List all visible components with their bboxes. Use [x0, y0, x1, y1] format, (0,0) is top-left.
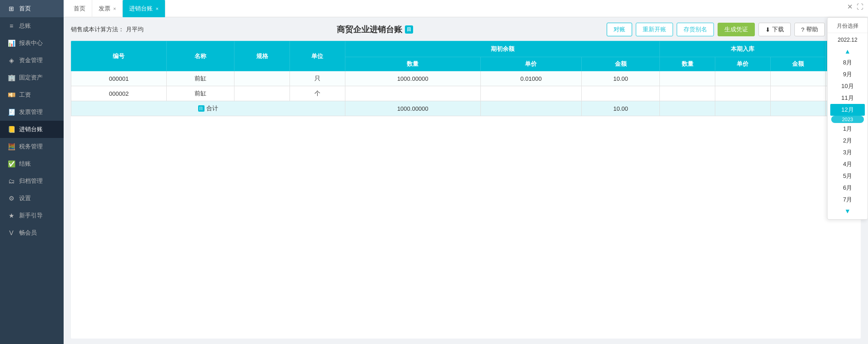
tab-home-label: 首页	[74, 5, 85, 13]
sidebar-item-label: 工资	[19, 91, 31, 99]
archive-icon: 🗂	[7, 177, 15, 185]
save-alias-button[interactable]: 存货别名	[677, 23, 714, 36]
month-item-9[interactable]: 9月	[828, 69, 868, 80]
sidebar: ⊞ 首页 ≡ 总账 📊 报表中心 ◈ 资金管理 🏢 固定资产 💴 工资 🧾 发票…	[0, 0, 64, 344]
col-header-spec: 规格	[234, 41, 290, 71]
sidebar-item-label: 归档管理	[19, 177, 43, 185]
total-icon: 目	[198, 105, 205, 112]
cost-method-value: 月平均	[126, 26, 144, 33]
sidebar-item-label: 固定资产	[19, 74, 43, 82]
month-item-2023-2[interactable]: 2月	[828, 135, 868, 147]
sidebar-item-checkout[interactable]: ✅ 结账	[0, 155, 64, 172]
sidebar-item-purchase-sales[interactable]: 📒 进销台账	[0, 121, 64, 138]
sidebar-item-guide[interactable]: ★ 新手引导	[0, 207, 64, 224]
table-row: 000002 前缸 个	[71, 86, 861, 101]
table-row: 000001 前缸 只 1000.00000 0.01000 10.00	[71, 71, 861, 86]
cell-inbound-price-2	[715, 86, 771, 101]
month-item-10[interactable]: 10月	[828, 80, 868, 92]
sidebar-item-fixed-assets[interactable]: 🏢 固定资产	[0, 69, 64, 86]
sidebar-item-general-ledger[interactable]: ≡ 总账	[0, 17, 64, 34]
cell-name-1: 前缸	[166, 71, 234, 86]
sidebar-item-report-center[interactable]: 📊 报表中心	[0, 34, 64, 52]
col-header-name: 名称	[166, 41, 234, 71]
sidebar-item-vip[interactable]: V 畅会员	[0, 224, 64, 241]
home-icon: ⊞	[7, 5, 15, 12]
report-icon: 📊	[7, 39, 15, 47]
month-item-11[interactable]: 11月	[828, 92, 868, 104]
general-ledger-icon: ≡	[7, 22, 15, 29]
cell-opening-qty-1: 1000.00000	[345, 71, 480, 86]
sidebar-item-label: 总账	[19, 22, 31, 30]
month-item-8[interactable]: 8月	[828, 57, 868, 69]
generate-voucher-button[interactable]: 生成凭证	[718, 23, 755, 36]
sidebar-item-tax[interactable]: 🧮 税务管理	[0, 138, 64, 155]
cell-inbound-price-1	[715, 71, 771, 86]
cell-inbound-amount-2	[770, 86, 826, 101]
maximize-button[interactable]: ⛶	[857, 3, 863, 11]
sidebar-item-invoice[interactable]: 🧾 发票管理	[0, 103, 64, 121]
month-item-2023-3[interactable]: 3月	[828, 147, 868, 158]
settings-icon: ⚙	[7, 195, 15, 202]
month-item-12[interactable]: 12月	[830, 104, 865, 116]
sidebar-item-label: 发票管理	[19, 108, 43, 116]
cell-inbound-qty-2	[660, 86, 715, 101]
month-nav-down-button[interactable]: ▼	[843, 206, 852, 216]
col-header-opening: 期初余额	[345, 41, 660, 57]
month-item-2023-6[interactable]: 6月	[828, 182, 868, 194]
sidebar-item-home[interactable]: ⊞ 首页	[0, 0, 64, 17]
cell-inbound-qty-1	[660, 71, 715, 86]
sidebar-item-label: 报表中心	[19, 39, 43, 47]
tab-home[interactable]: 首页	[67, 0, 92, 17]
sidebar-item-label: 结账	[19, 160, 31, 168]
tab-bar: 首页 发票 × 进销台账 ×	[64, 0, 868, 17]
month-nav-up-button[interactable]: ▲	[843, 47, 852, 56]
col-sub-opening-qty: 数量	[345, 57, 480, 71]
fund-icon: ◈	[7, 57, 15, 64]
title-info-icon[interactable]: 目	[405, 25, 413, 34]
table-wrapper: 编号 名称 规格 单位 期初余额 本期入库 数 数量 单价 金额 数量 单价	[71, 41, 861, 339]
tax-icon: 🧮	[7, 143, 15, 150]
month-item-2023-7[interactable]: 7月	[828, 194, 868, 206]
sidebar-item-fund-management[interactable]: ◈ 资金管理	[0, 52, 64, 69]
guide-icon: ★	[7, 212, 15, 219]
cell-id-2: 000002	[71, 86, 167, 101]
tab-invoice-label: 发票	[99, 5, 110, 13]
main-area: ✕ ⛶ 首页 发票 × 进销台账 × 销售成本计算方法： 月平均 商贸企业进销台…	[64, 0, 868, 344]
sidebar-item-salary[interactable]: 💴 工资	[0, 86, 64, 103]
tab-invoice-close[interactable]: ×	[113, 6, 116, 11]
month-nav-down: ▼	[828, 206, 868, 216]
sidebar-item-archive[interactable]: 🗂 归档管理	[0, 172, 64, 190]
month-item-2023-5[interactable]: 5月	[828, 170, 868, 182]
total-opening-qty: 1000.00000	[345, 101, 480, 116]
tab-purchase-sales-label: 进销台账	[129, 5, 153, 13]
cell-inbound-amount-1	[770, 71, 826, 86]
help-button[interactable]: ? 帮助	[794, 23, 825, 36]
main-table: 编号 名称 规格 单位 期初余额 本期入库 数 数量 单价 金额 数量 单价	[71, 41, 861, 116]
total-inbound-price	[715, 101, 771, 116]
download-icon: ⬇	[765, 26, 770, 33]
month-panel-title: 月份选择	[828, 20, 868, 33]
total-row: 目 合计 1000.00000 10.00	[71, 101, 861, 116]
tab-purchase-sales[interactable]: 进销台账 ×	[123, 0, 165, 17]
sidebar-item-settings[interactable]: ⚙ 设置	[0, 190, 64, 207]
month-item-2023-1[interactable]: 1月	[828, 123, 868, 135]
download-button[interactable]: ⬇ 下载	[758, 23, 791, 36]
sidebar-item-label: 设置	[19, 194, 31, 202]
cell-opening-amount-2	[582, 86, 660, 101]
sidebar-item-label: 资金管理	[19, 56, 43, 64]
month-item-2023-4[interactable]: 4月	[828, 158, 868, 170]
reopen-button[interactable]: 重新开账	[636, 23, 673, 36]
close-button[interactable]: ✕	[847, 3, 853, 11]
sidebar-item-label: 首页	[19, 5, 31, 13]
purchase-sales-icon: 📒	[7, 126, 15, 133]
col-header-inbound: 本期入库	[660, 41, 826, 57]
total-label-cell: 目 合计	[71, 101, 345, 116]
cost-method: 销售成本计算方法： 月平均	[71, 25, 144, 34]
tab-invoice[interactable]: 发票 ×	[92, 0, 123, 17]
salary-icon: 💴	[7, 91, 15, 98]
total-opening-amount: 10.00	[582, 101, 660, 116]
window-controls: ✕ ⛶	[847, 3, 863, 11]
tab-purchase-sales-close[interactable]: ×	[155, 6, 158, 11]
cell-id-1: 000001	[71, 71, 167, 86]
reconcile-button[interactable]: 对账	[607, 23, 632, 36]
